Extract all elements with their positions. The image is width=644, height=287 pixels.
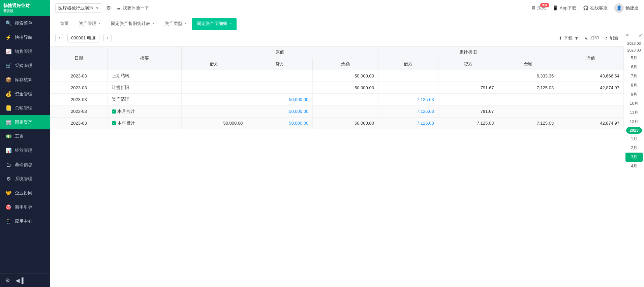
sidebar-item-funds[interactable]: 💰 资金管理 — [0, 87, 50, 101]
prev-asset-btn[interactable]: ‹ — [55, 34, 63, 42]
sidebar-item-purchase[interactable]: 🛒 采购管理 — [0, 59, 50, 73]
side-panel-month-7月[interactable]: 7月 — [624, 72, 644, 81]
side-panel-month-11月[interactable]: 11月 — [624, 108, 644, 117]
sidebar-item-search[interactable]: 🔍 搜索菜单 — [0, 16, 50, 30]
tab-close-icon[interactable]: × — [229, 21, 232, 26]
sidebar-label-quick-nav: 快捷导航 — [15, 34, 32, 40]
tab-资产类型[interactable]: 资产类型× — [160, 18, 191, 30]
topbar: 医疗器械行业演示 ▼ ⚙ ☁ 我要体验一下 🖥 消息 99+ 📱 App下载 🎧… — [50, 0, 644, 16]
user-profile-btn[interactable]: 👤 畅捷通 — [614, 3, 639, 13]
download-label: 下载 — [564, 35, 573, 41]
username: 畅捷通 — [625, 5, 639, 11]
company-chevron-icon: ▼ — [95, 6, 99, 10]
side-panel-month-5月[interactable]: 5月 — [624, 54, 644, 63]
print-btn[interactable]: 🖨 打印 — [584, 35, 599, 41]
asset-code-display: 000001 电脑 — [67, 34, 99, 42]
tab-label: 首页 — [60, 21, 69, 27]
fixed-assets-table: 日期 摘要 原值 累计折旧 净值 借方 贷方 余额 借方 贷方 余额 — [50, 46, 624, 129]
td-dep-credit: 791.67 — [438, 82, 498, 94]
experience-btn[interactable]: ☁ 我要体验一下 — [116, 5, 149, 11]
settings-gear-icon[interactable]: ⚙ — [106, 5, 111, 11]
tab-close-icon[interactable]: × — [98, 21, 101, 26]
download-btn[interactable]: ⬇ 下载 ▼ — [558, 35, 579, 41]
sidebar-label-app-center: 应用中心 — [15, 218, 32, 224]
sidebar-item-quick-nav[interactable]: ⚡ 快捷导航 — [0, 30, 50, 44]
tab-close-icon[interactable]: × — [184, 21, 187, 26]
sidebar-label-inventory: 库存核算 — [15, 77, 32, 83]
sidebar-item-sales[interactable]: 📈 销售管理 — [0, 44, 50, 59]
tab-label: 资产管理 — [79, 21, 96, 27]
td-dep-balance — [498, 105, 558, 118]
collapse-icon[interactable]: ◀▐ — [16, 277, 23, 284]
message-btn[interactable]: 🖥 消息 99+ — [531, 5, 546, 11]
side-panel-month-6月[interactable]: 6月 — [624, 63, 644, 72]
td-dep-debit — [378, 70, 438, 82]
tab-close-icon[interactable]: × — [152, 21, 155, 26]
sidebar-item-system[interactable]: ⚙ 系统管理 — [0, 172, 50, 186]
download-icon: ⬇ — [558, 36, 562, 41]
td-date: 2023-03 — [50, 105, 108, 118]
side-panel-month-1月[interactable]: 1月 — [624, 134, 644, 144]
tab-固定资产折旧统计表[interactable]: 固定资产折旧统计表× — [106, 18, 159, 30]
sidebar-item-fixed-assets[interactable]: 🏢 固定资产 — [0, 115, 50, 129]
th-summary: 摘要 — [108, 46, 181, 70]
ledger-icon: 📒 — [5, 105, 11, 111]
tab-固定资产明细账[interactable]: 固定资产明细账× — [192, 18, 237, 30]
sidebar-label-search: 搜索菜单 — [15, 20, 32, 26]
tab-资产管理[interactable]: 资产管理× — [74, 18, 105, 30]
side-panel-month-2月[interactable]: 2月 — [624, 144, 644, 153]
td-dep-debit — [378, 82, 438, 94]
subtotal-icon: ▪ — [112, 121, 116, 125]
print-icon: 🖨 — [584, 36, 588, 41]
th-original-value: 原值 — [181, 46, 378, 58]
td-orig-credit: 50,000.00 — [247, 94, 313, 105]
side-panel-month-4月[interactable]: 4月 — [624, 162, 644, 171]
tab-label: 资产类型 — [165, 21, 182, 27]
logo-text: 畅捷通好业财 — [3, 3, 30, 9]
refresh-btn[interactable]: ↺ 刷新 — [604, 35, 618, 41]
sidebar-label-sales: 销售管理 — [15, 49, 32, 55]
sidebar-item-basic-info[interactable]: 🗂 基础信息 — [0, 158, 50, 172]
app-center-icon: 📱 — [5, 218, 11, 224]
purchase-icon: 🛒 — [5, 63, 11, 69]
next-asset-btn[interactable]: › — [103, 34, 112, 42]
td-orig-credit: 50,000.00 — [247, 105, 313, 118]
td-dep-credit — [438, 94, 498, 105]
side-panel-expand-icon[interactable]: ⤢ — [639, 32, 643, 38]
th-dep-balance: 余额 — [498, 58, 558, 70]
sidebar-item-inventory[interactable]: 📦 库存核算 — [0, 73, 50, 87]
company-selector[interactable]: 医疗器械行业演示 ▼ — [55, 3, 102, 13]
sidebar-item-cooperation[interactable]: 🤝 企业协同 — [0, 186, 50, 200]
side-panel-header: ✕ ⤢ — [624, 30, 644, 40]
sidebar-item-operations[interactable]: 📊 经营管理 — [0, 144, 50, 158]
td-dep-debit: 7,125.03 — [378, 117, 438, 129]
app-download-icon: 📱 — [553, 5, 558, 10]
side-panel-month-9月[interactable]: 9月 — [624, 90, 644, 99]
side-panel-month-10月[interactable]: 10月 — [624, 99, 644, 108]
app-download-btn[interactable]: 📱 App下载 — [553, 5, 576, 11]
sidebar-item-payroll[interactable]: 💵 工资 — [0, 129, 50, 144]
td-date: 2023-03 — [50, 82, 108, 94]
customer-service-btn[interactable]: 🎧 在线客服 — [583, 5, 608, 11]
sidebar-item-guide[interactable]: 🎯 新手引导 — [0, 200, 50, 214]
th-orig-debit: 借方 — [181, 58, 247, 70]
table-row: 2023-03 计提折旧 50,000.00 791.67 7,125.03 4… — [50, 82, 624, 94]
cooperation-icon: 🤝 — [5, 190, 11, 196]
td-net-value: 42,874.97 — [558, 82, 624, 94]
side-panel-close-icon[interactable]: ✕ — [625, 32, 630, 38]
side-panel-month-3月[interactable]: 3月 — [625, 153, 643, 162]
sidebar-item-app-center[interactable]: 📱 应用中心 — [0, 214, 50, 228]
th-dep-debit: 借方 — [378, 58, 438, 70]
side-panel: ✕ ⤢ 2023.032023.035月6月7月8月9月10月11月12月202… — [624, 30, 644, 287]
refresh-label: 刷新 — [610, 35, 618, 41]
side-panel-year-2023[interactable]: 2023 — [626, 127, 642, 134]
td-orig-debit: 50,000.00 — [181, 117, 247, 129]
settings-icon[interactable]: ⚙ — [5, 277, 10, 284]
sidebar-label-funds: 资金管理 — [15, 91, 32, 97]
side-panel-month-12月[interactable]: 12月 — [624, 117, 644, 126]
sidebar-item-ledger[interactable]: 📒 总账管理 — [0, 101, 50, 115]
tab-首页[interactable]: 首页 — [55, 18, 73, 30]
side-panel-month-8月[interactable]: 8月 — [624, 81, 644, 90]
td-dep-balance: 7,125.03 — [498, 117, 558, 129]
funds-icon: 💰 — [5, 91, 11, 97]
